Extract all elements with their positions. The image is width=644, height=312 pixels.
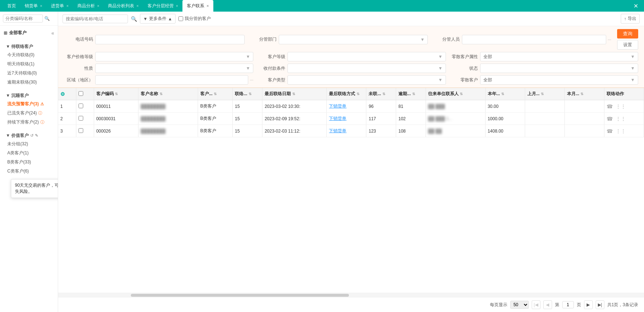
customer-level-select[interactable]: ▼ <box>287 52 446 61</box>
sidebar-pending-header[interactable]: ▼ 待联络客户 <box>0 42 58 50</box>
sort-thismon-icon[interactable]: ⇅ <box>580 92 583 96</box>
tab-goods-analysis[interactable]: 商品分析 × <box>73 0 104 12</box>
my-customers-checkbox[interactable] <box>178 16 183 21</box>
refresh-icon[interactable]: ↺ <box>30 133 33 138</box>
sort-name-icon[interactable]: ⇅ <box>160 92 162 96</box>
export-button[interactable]: ↑ 导出 <box>621 14 640 24</box>
th-name[interactable]: 客户名称 ⇅ <box>138 88 198 100</box>
query-button[interactable]: 查询 <box>617 29 638 39</box>
action-menu-icon-1[interactable]: ⋮⋮ <box>616 116 626 122</box>
row-checkbox-1[interactable] <box>79 116 83 121</box>
sort-link-icon[interactable]: ⇅ <box>249 92 251 96</box>
tab-close-customer-segment[interactable]: × <box>176 4 178 8</box>
settings-button[interactable]: 设置 <box>617 40 638 50</box>
sidebar-item-ungrouped[interactable]: 未分组(32) <box>0 139 58 149</box>
first-page-btn[interactable]: |◀ <box>532 300 540 309</box>
th-code[interactable]: 客户编码 ⇅ <box>94 88 138 100</box>
dept-select[interactable]: ▼ <box>279 35 428 44</box>
action-contact-icon-0[interactable]: ☎ <box>607 104 613 109</box>
sort-type-icon[interactable]: ⇅ <box>214 92 217 96</box>
sidebar-item-churned[interactable]: 已流失客户(24) ⓘ <box>0 109 58 118</box>
my-customers-checkbox-label[interactable]: 我分管的客户 <box>178 16 211 22</box>
sort-overdue-icon[interactable]: ⇅ <box>412 92 415 96</box>
area-input[interactable] <box>95 75 248 85</box>
page-number-input[interactable] <box>562 301 574 308</box>
cell-method-1[interactable]: 下销货单 <box>327 113 366 125</box>
row-checkbox-2[interactable] <box>79 128 83 133</box>
sort-unlinked-icon[interactable]: ⇅ <box>382 92 385 96</box>
cell-checkbox-1[interactable] <box>76 113 94 125</box>
sort-date-icon[interactable]: ⇅ <box>292 92 295 96</box>
window-close-button[interactable]: ✕ <box>631 3 641 9</box>
zero-customer-select[interactable]: 全部 ▼ <box>480 75 638 85</box>
zero-attr-select[interactable]: 全部 ▼ <box>480 52 638 61</box>
filter-search-button[interactable]: 🔍 <box>131 16 137 22</box>
cell-method-0[interactable]: 下销货单 <box>327 100 366 113</box>
tab-sales-order[interactable]: 销货单 × <box>20 0 47 12</box>
cell-checkbox-2[interactable] <box>76 125 94 137</box>
last-page-btn[interactable]: ▶| <box>596 300 604 309</box>
row-checkbox-0[interactable] <box>79 104 83 108</box>
tab-goods-analysis-list[interactable]: 商品分析列表 × <box>104 0 143 12</box>
th-last-month[interactable]: 上月... ⇅ <box>525 88 564 100</box>
th-last-date[interactable]: 最后联络日期 ⇅ <box>262 88 327 100</box>
tab-purchase-order[interactable]: 进货单 × <box>47 0 73 12</box>
sidebar-dormant-header[interactable]: ▼ 沉睡客户 <box>0 91 58 100</box>
sidebar-value-header[interactable]: ▼ 价值客户 ↺ ✎ <box>0 131 58 139</box>
sidebar-all-customers[interactable]: ⊞ 全部客户 « <box>0 28 58 38</box>
sort-year-icon[interactable]: ⇅ <box>501 92 504 96</box>
sidebar-item-c-class[interactable]: C类客户(6) <box>0 167 58 176</box>
price-level-select[interactable]: ▼ <box>95 52 253 61</box>
th-contact[interactable]: 往来单位联系人 ⇅ <box>426 88 486 100</box>
th-checkbox[interactable] <box>76 88 94 100</box>
tab-customer-contact[interactable]: 客户联系 × <box>182 0 213 12</box>
action-contact-icon-2[interactable]: ☎ <box>607 128 613 134</box>
sidebar-item-b-class[interactable]: B类客户(33) <box>0 158 58 167</box>
sidebar-item-tomorrow[interactable]: 明天待联络(1) <box>0 60 58 69</box>
manager-input[interactable] <box>462 35 606 44</box>
th-type[interactable]: 客户... ⇅ <box>198 88 232 100</box>
tab-close-goods-analysis[interactable]: × <box>97 4 99 8</box>
action-menu-icon-0[interactable]: ⋮⋮ <box>616 104 626 109</box>
scroll-thumb[interactable] <box>131 294 349 297</box>
payment-select[interactable]: ▼ <box>287 64 446 73</box>
th-overdue[interactable]: 逾期... ⇅ <box>396 88 426 100</box>
filter-search-input[interactable] <box>63 15 128 23</box>
filter-more-conditions[interactable]: ▼ 更多条件 ▲ <box>140 14 176 24</box>
status-select[interactable]: ▼ <box>480 64 638 73</box>
action-menu-icon-2[interactable]: ⋮⋮ <box>616 128 626 134</box>
action-contact-icon-1[interactable]: ☎ <box>607 116 613 122</box>
select-all-checkbox[interactable] <box>79 91 83 96</box>
sidebar-item-today[interactable]: 今天待联络(0) <box>0 50 58 60</box>
tab-close-sales-order[interactable]: × <box>40 4 42 8</box>
sidebar-search-icon[interactable]: 🔍 <box>44 16 50 21</box>
tab-close-goods-analysis-list[interactable]: × <box>136 4 138 8</box>
sidebar-item-a-class[interactable]: A类客户(1) <box>0 149 58 158</box>
sort-method-icon[interactable]: ⇅ <box>357 92 359 96</box>
tab-close-purchase-order[interactable]: × <box>66 4 68 8</box>
sort-contact-icon[interactable]: ⇅ <box>460 92 463 96</box>
tab-customer-segment[interactable]: 客户分层经营 × <box>143 0 182 12</box>
area-dots[interactable]: ··· <box>250 77 253 82</box>
sort-lastmon-icon[interactable]: ⇅ <box>541 92 544 96</box>
th-settings[interactable]: ⚙ <box>58 88 76 100</box>
sidebar-item-declining[interactable]: 持续下滑客户(2) ⓘ <box>0 118 58 127</box>
cell-checkbox-0[interactable] <box>76 100 94 113</box>
sidebar-item-churn-warning[interactable]: 流失预警客户(3) ⚠ <box>0 100 58 109</box>
edit-icon[interactable]: ✎ <box>35 133 38 138</box>
phone-input[interactable] <box>95 35 245 44</box>
sidebar-search-input[interactable] <box>3 15 43 23</box>
next-page-btn[interactable]: ▶ <box>584 300 593 309</box>
sort-code-icon[interactable]: ⇅ <box>115 92 118 96</box>
tab-close-customer-contact[interactable]: × <box>206 4 209 8</box>
manager-dots[interactable]: ··· <box>608 37 611 42</box>
cell-method-2[interactable]: 下销货单 <box>327 125 366 137</box>
per-page-select[interactable]: 50 100 <box>510 301 529 309</box>
nature-select[interactable]: ▼ <box>95 64 253 73</box>
tab-home[interactable]: 首页 <box>3 0 20 12</box>
prev-page-btn[interactable]: ◀ <box>543 300 552 309</box>
th-last-method[interactable]: 最后联络方式 ⇅ <box>327 88 366 100</box>
th-year-amount[interactable]: 本年... ⇅ <box>485 88 525 100</box>
sidebar-item-overdue[interactable]: 逾期未联络(30) <box>0 78 58 87</box>
horizontal-scrollbar[interactable] <box>58 293 644 297</box>
